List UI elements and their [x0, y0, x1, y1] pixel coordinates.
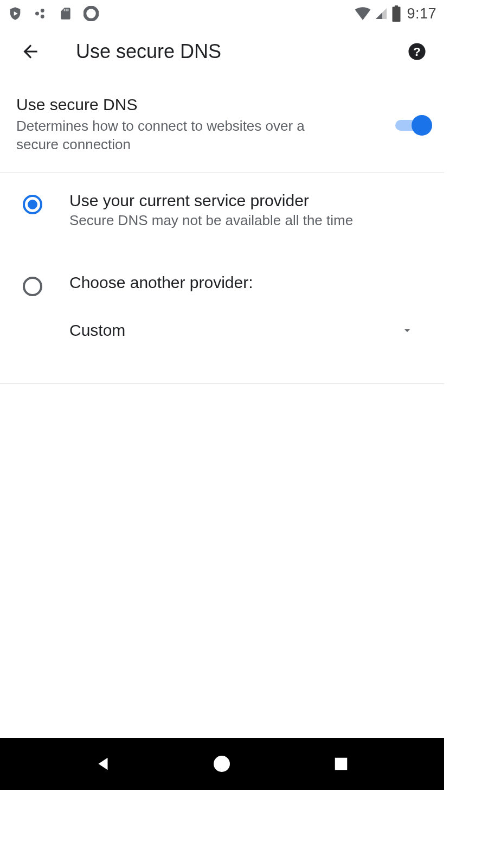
cell-signal-icon [374, 7, 388, 20]
status-time: 9:17 [407, 5, 436, 22]
status-bar: 9:17 [0, 0, 444, 27]
radio-another-provider[interactable] [23, 277, 42, 296]
shield-play-icon [8, 5, 23, 22]
svg-rect-8 [395, 5, 398, 8]
option-title: Choose another provider: [69, 273, 428, 292]
toggle-subtitle: Determines how to connect to websites ov… [16, 117, 320, 154]
option-texts: Choose another provider: [69, 273, 428, 294]
status-bar-right: 9:17 [355, 5, 436, 22]
dropdown-selected-value: Custom [69, 321, 125, 340]
svg-point-1 [41, 9, 44, 12]
option-texts: Use your current service provider Secure… [69, 192, 428, 229]
secure-dns-toggle-row[interactable]: Use secure DNS Determines how to connect… [0, 76, 444, 173]
svg-rect-5 [67, 9, 68, 11]
svg-text:?: ? [413, 44, 421, 59]
svg-point-11 [214, 756, 230, 772]
arrow-back-icon [20, 41, 41, 62]
svg-rect-4 [66, 9, 67, 11]
provider-dropdown[interactable]: Custom [69, 316, 414, 345]
status-bar-left [8, 5, 99, 22]
square-recents-icon [333, 756, 349, 772]
nav-back-button[interactable] [81, 748, 125, 780]
nav-recents-button[interactable] [319, 748, 363, 780]
option-current-provider[interactable]: Use your current service provider Secure… [0, 184, 444, 237]
toggle-title: Use secure DNS [16, 95, 383, 114]
nav-home-button[interactable] [200, 748, 243, 780]
battery-icon [391, 5, 401, 22]
svg-point-6 [85, 7, 97, 20]
triangle-back-icon [94, 755, 112, 773]
svg-rect-3 [64, 9, 65, 11]
sd-card-icon [59, 5, 73, 22]
secure-dns-switch[interactable] [394, 114, 428, 136]
circle-home-icon [212, 754, 232, 774]
system-nav-bar [0, 738, 444, 790]
wifi-icon [355, 7, 371, 20]
page-title: Use secure DNS [76, 40, 405, 63]
option-another-provider[interactable]: Choose another provider: [0, 266, 444, 304]
circle-icon [84, 6, 99, 21]
svg-point-2 [41, 15, 44, 18]
svg-rect-7 [393, 7, 401, 22]
svg-rect-12 [335, 758, 348, 770]
toggle-texts: Use secure DNS Determines how to connect… [16, 95, 394, 154]
option-title: Use your current service provider [69, 192, 428, 210]
back-button[interactable] [15, 36, 46, 67]
help-icon: ? [408, 42, 426, 61]
chevron-down-icon [401, 324, 414, 337]
svg-point-0 [35, 12, 39, 16]
radio-current-provider[interactable] [23, 195, 42, 214]
option-subtitle: Secure DNS may not be available all the … [69, 212, 428, 229]
dns-provider-options: Use your current service provider Secure… [0, 173, 444, 384]
switch-thumb [412, 115, 432, 136]
dots-icon [34, 7, 48, 21]
help-button[interactable]: ? [405, 40, 429, 63]
app-bar: Use secure DNS ? [0, 27, 444, 76]
